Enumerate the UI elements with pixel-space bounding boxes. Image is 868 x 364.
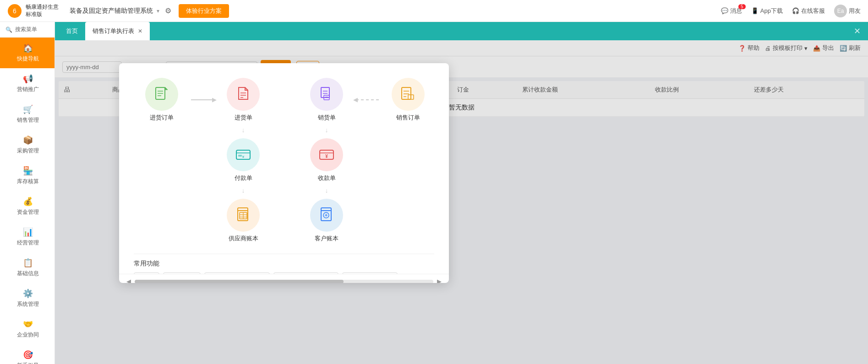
tab-home[interactable]: 首页: [59, 22, 85, 40]
phone-icon: 📱: [751, 7, 759, 14]
scrollbar-thumb: [135, 280, 344, 283]
sidebar-item-basic-info[interactable]: 📋 基础信息: [0, 252, 55, 283]
headset-icon: 🎧: [792, 7, 799, 14]
func-btn[interactable]: 往来单位: [163, 272, 201, 274]
trial-button[interactable]: 体验行业方案: [179, 4, 229, 18]
scroll-left-icon[interactable]: ◀: [126, 278, 131, 283]
func-btn[interactable]: 现存量(库存状况表): [204, 272, 270, 274]
sales-icon: 🛒: [23, 104, 33, 114]
svg-rect-24: [238, 155, 242, 157]
avatar: Ea: [834, 5, 847, 17]
tab-sales-order[interactable]: 销售订单执行表 ✕: [85, 22, 150, 40]
basic-info-icon: 📋: [23, 258, 33, 268]
beginner-icon: 🎯: [23, 350, 33, 360]
func-btn[interactable]: 商品: [134, 272, 159, 274]
logo-text: 畅康通好生意 标准版: [26, 4, 59, 18]
operations-icon: 📊: [23, 227, 33, 237]
sidebar-item-quick-guide[interactable]: 🏠 快捷导航: [0, 38, 55, 68]
sidebar-item-inventory[interactable]: 🏪 库存核算: [0, 160, 55, 191]
scrollbar-track[interactable]: [135, 280, 433, 283]
system-dropdown-icon[interactable]: ▾: [157, 8, 159, 14]
content-area: ❓ 帮助 🖨 按模板打印 ▾ 📤 导出 🔄 刷新 📅: [55, 40, 868, 364]
tabbar-close-all[interactable]: ✕: [850, 26, 864, 36]
sidebar-item-operations[interactable]: 📊 经营管理: [0, 222, 55, 252]
sidebar: 🔍 搜索菜单 🏠 快捷导航 📢 营销推广 🛒 销售管理 📦 采购管理 🏪 库存核…: [0, 22, 55, 364]
sidebar-item-sales[interactable]: 🛒 销售管理: [0, 99, 55, 130]
quick-guide-modal: 进货订单 ▶: [119, 63, 449, 283]
func-btn[interactable]: 销售毛利分析表: [342, 272, 398, 274]
finance-icon: 💰: [23, 196, 33, 206]
topbar: 6 畅康通好生意 标准版 装备及固定资产辅助管理系统 ▾ ⚙ 体验行业方案 💬 …: [0, 0, 868, 22]
search-icon: 🔍: [5, 27, 12, 33]
online-service-item[interactable]: 🎧 在线客服: [792, 7, 825, 15]
func-btn[interactable]: 现存量(库存分布表): [273, 272, 339, 274]
sidebar-search[interactable]: 🔍 搜索菜单: [0, 22, 55, 38]
modal-scrollbar[interactable]: ◀ ▶: [119, 274, 449, 283]
sidebar-item-cooperation[interactable]: 🤝 企业协同: [0, 314, 55, 344]
topbar-right: 💬 消息 5 📱 App下载 🎧 在线客服 Ea 用友: [721, 5, 861, 17]
message-badge: 5: [738, 4, 746, 9]
modal-overlay: 进货订单 ▶: [55, 40, 868, 364]
message-item[interactable]: 💬 消息 5: [721, 7, 742, 15]
tabbar: 首页 销售订单执行表 ✕ ✕: [55, 22, 868, 40]
logo-icon: 6: [7, 4, 22, 18]
gear-icon[interactable]: ⚙: [165, 6, 171, 15]
app-download-item[interactable]: 📱 App下载: [751, 7, 783, 15]
home-icon: 🏠: [23, 43, 33, 53]
main-area: 首页 销售订单执行表 ✕ ✕ ❓ 帮助 🖨 按模板打印 ▾ 📤 导出: [55, 22, 868, 364]
system-title: 装备及固定资产辅助管理系统: [70, 7, 153, 15]
svg-text:¥: ¥: [325, 154, 328, 159]
inventory-icon: 🏪: [23, 166, 33, 176]
system-icon: ⚙️: [23, 288, 33, 299]
marketing-icon: 📢: [23, 74, 33, 84]
user-menu[interactable]: Ea 用友: [834, 5, 861, 17]
modal-content: 进货订单 ▶: [119, 63, 449, 274]
sidebar-item-marketing[interactable]: 📢 营销推广: [0, 68, 55, 99]
cooperation-icon: 🤝: [23, 319, 33, 329]
scroll-right-icon[interactable]: ▶: [437, 278, 442, 283]
svg-rect-17: [402, 87, 411, 99]
svg-rect-12: [321, 87, 329, 98]
svg-text:¥: ¥: [242, 155, 245, 159]
message-icon: 💬: [721, 7, 728, 14]
purchase-icon: 📦: [23, 135, 33, 145]
sidebar-item-system[interactable]: ⚙️ 系统管理: [0, 283, 55, 314]
sidebar-item-beginner[interactable]: 🎯 新手引导: [0, 344, 55, 364]
tab-close-icon[interactable]: ✕: [138, 28, 142, 34]
sidebar-item-finance[interactable]: 💰 资金管理: [0, 191, 55, 222]
sidebar-item-purchase[interactable]: 📦 采购管理: [0, 130, 55, 160]
logo-area: 6 畅康通好生意 标准版: [7, 4, 62, 18]
svg-text:6: 6: [13, 7, 16, 15]
